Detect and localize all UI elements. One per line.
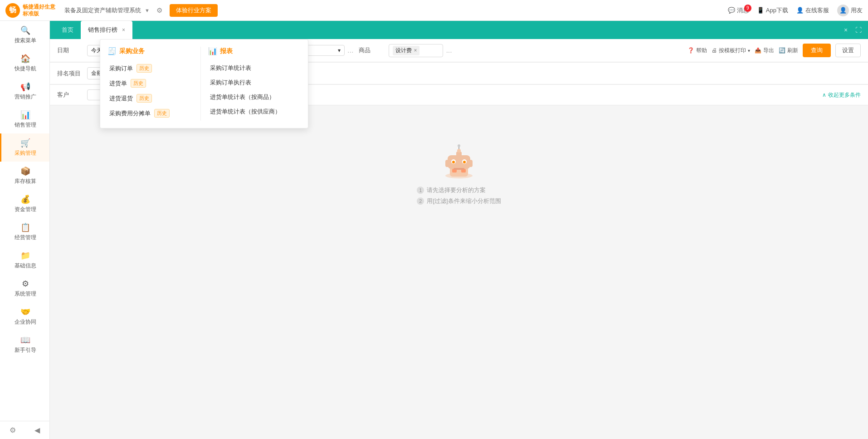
sidebar-item-purchase[interactable]: 🛒 采购管理	[0, 133, 49, 162]
sidebar: 🔍 搜索菜单 🏠 快捷导航 📢 营销推广 📊 销售管理 🛒 采购管理 📦 库存核…	[0, 21, 50, 439]
tab-close-all-icon[interactable]: ×	[841, 25, 851, 35]
logo-icon: 畅	[5, 3, 20, 18]
svg-rect-9	[445, 160, 449, 167]
settings-btn[interactable]: 设置	[835, 44, 861, 57]
sidebar-bottom: ⚙ ◀	[0, 421, 49, 439]
voucher-status-dots[interactable]: ...	[347, 46, 353, 54]
svg-point-15	[458, 144, 460, 147]
collapse-btn-wrapper: ∧ 收起更多条件	[822, 91, 861, 99]
user-menu[interactable]: 👤 用友	[837, 5, 863, 16]
svg-rect-10	[469, 160, 473, 167]
message-btn[interactable]: 💬 消息 9	[728, 6, 749, 15]
svg-point-7	[452, 161, 455, 163]
collapse-icon: ∧	[822, 92, 826, 98]
system-dropdown-icon[interactable]: ▼	[145, 8, 150, 13]
system-name: 装备及固定资产辅助管理系统	[64, 6, 141, 15]
product-tag-close[interactable]: ×	[414, 47, 417, 54]
product-tag-text: 设计费	[395, 47, 412, 54]
sidebar-item-quick-nav[interactable]: 🏠 快捷导航	[0, 49, 49, 77]
rank-item-label: 排名项目	[57, 69, 84, 78]
sidebar-item-marketing-label: 营销推广	[15, 93, 36, 101]
main-layout: 🔍 搜索菜单 🏠 快捷导航 📢 营销推广 📊 销售管理 🛒 采购管理 📦 库存核…	[0, 21, 868, 439]
tab-home[interactable]: 首页	[54, 21, 81, 39]
refresh-btn[interactable]: 🔄 刷新	[779, 47, 798, 54]
sidebar-item-guide[interactable]: 📖 新手引导	[0, 330, 49, 359]
topbar-center: 装备及固定资产辅助管理系统 ▼ ⚙ 体验行业方案	[55, 4, 728, 17]
sidebar-collapse-btn[interactable]: ◀	[34, 426, 40, 434]
dropdown-item-stock-by-product[interactable]: 进货单统计表（按商品）	[208, 90, 301, 104]
history-tag-stock-return: 历史	[137, 94, 152, 103]
sales-icon: 📊	[20, 110, 30, 120]
sidebar-item-operations-label: 经营管理	[15, 234, 36, 242]
message-badge: 9	[744, 5, 751, 12]
product-filter-box[interactable]: 设计费 ×	[389, 44, 443, 57]
sidebar-item-sales[interactable]: 📊 销售管理	[0, 105, 49, 133]
date-label: 日期	[57, 46, 84, 54]
collapse-btn[interactable]: ∧ 收起更多条件	[822, 91, 861, 99]
tab-sales-rank[interactable]: 销售排行榜 ×	[81, 21, 132, 39]
sidebar-item-marketing[interactable]: 📢 营销推广	[0, 77, 49, 105]
inventory-icon: 📦	[20, 166, 30, 176]
system-settings-icon[interactable]: ⚙	[153, 4, 166, 17]
dropdown-item-purchase-order[interactable]: 采购订单 历史	[107, 61, 200, 76]
tab-fullscreen-icon[interactable]: ⛶	[853, 25, 863, 35]
dropdown-item-stock-return[interactable]: 进货退货 历史	[107, 91, 200, 106]
product-dots[interactable]: ...	[446, 46, 452, 54]
history-tag-purchase-expense: 历史	[154, 109, 170, 118]
tip-num-1: 1	[417, 187, 424, 194]
sidebar-item-base-info[interactable]: 📁 基础信息	[0, 246, 49, 274]
help-btn[interactable]: ❓ 帮助	[688, 47, 707, 54]
sidebar-item-finance-label: 资金管理	[15, 206, 36, 213]
dropdown-item-purchase-expense[interactable]: 采购费用分摊单 历史	[107, 106, 200, 121]
report-icon: 📊	[208, 47, 217, 55]
purchase-dropdown-overlay: 🧾 采购业务 采购订单 历史 进货单 历史 进货退货	[100, 39, 308, 128]
svg-rect-11	[454, 168, 464, 170]
sidebar-item-operations[interactable]: 📋 经营管理	[0, 218, 49, 246]
sidebar-item-inventory[interactable]: 📦 库存核算	[0, 162, 49, 190]
refresh-icon: 🔄	[779, 47, 785, 54]
empty-tip-2-text: 用[过滤]条件来缩小分析范围	[427, 197, 501, 205]
sidebar-item-quick-nav-label: 快捷导航	[15, 65, 36, 73]
purchase-dropdown-menu: 🧾 采购业务 采购订单 历史 进货单 历史 进货退货	[100, 39, 308, 128]
print-btn[interactable]: 🖨 按模板打印 ▾	[712, 47, 750, 54]
empty-tips: 1 请先选择要分析的方案 2 用[过滤]条件来缩小分析范围	[417, 186, 501, 205]
sidebar-item-base-info-label: 基础信息	[15, 262, 36, 270]
dropdown-item-stock-in[interactable]: 进货单 历史	[107, 76, 200, 91]
query-btn[interactable]: 查询	[803, 44, 831, 57]
empty-icon	[436, 142, 482, 183]
tab-bar: 首页 销售排行榜 × × ⛶	[50, 21, 868, 39]
purchase-business-title: 🧾 采购业务	[107, 47, 200, 55]
home-icon: 🏠	[20, 54, 30, 64]
base-info-icon: 📁	[20, 251, 30, 261]
sidebar-item-coop[interactable]: 🤝 企业协同	[0, 302, 49, 330]
sidebar-item-finance[interactable]: 💰 资金管理	[0, 190, 49, 218]
dropdown-item-stock-by-supplier[interactable]: 进货单统计表（按供应商）	[208, 104, 301, 119]
finance-icon: 💰	[20, 194, 30, 204]
sidebar-item-coop-label: 企业协同	[15, 318, 36, 326]
tab-sales-rank-close[interactable]: ×	[122, 27, 125, 33]
svg-point-13	[457, 149, 461, 153]
online-service-btn[interactable]: 👤 在线客服	[796, 6, 829, 15]
tip-num-2: 2	[417, 197, 424, 205]
logo: 畅 畅捷通好生意 标准版	[5, 3, 55, 18]
sidebar-settings-btn[interactable]: ⚙	[10, 426, 16, 434]
purchase-business-col: 🧾 采购业务 采购订单 历史 进货单 历史 进货退货	[107, 47, 200, 121]
sidebar-item-search[interactable]: 🔍 搜索菜单	[0, 21, 49, 49]
empty-tip-1-text: 请先选择要分析的方案	[427, 186, 486, 194]
empty-tip-2: 2 用[过滤]条件来缩小分析范围	[417, 197, 501, 205]
print-icon: 🖨	[712, 47, 717, 54]
sidebar-item-guide-label: 新手引导	[15, 346, 36, 354]
export-btn[interactable]: 📤 导出	[755, 47, 774, 54]
help-icon: ❓	[688, 47, 694, 54]
topbar: 畅 畅捷通好生意 标准版 装备及固定资产辅助管理系统 ▼ ⚙ 体验行业方案 💬 …	[0, 0, 868, 21]
sidebar-item-system[interactable]: ⚙ 系统管理	[0, 274, 49, 302]
logo-text: 畅捷通好生意 标准版	[23, 4, 55, 17]
app-download-btn[interactable]: 📱 App下载	[757, 6, 788, 15]
product-tag: 设计费 ×	[393, 46, 419, 55]
industry-btn[interactable]: 体验行业方案	[170, 4, 218, 17]
sidebar-item-purchase-label: 采购管理	[15, 149, 36, 157]
tab-sales-rank-label: 销售排行榜	[88, 26, 117, 34]
sidebar-item-inventory-label: 库存核算	[15, 178, 36, 185]
dropdown-item-purchase-order-exec[interactable]: 采购订单执行表	[208, 75, 301, 90]
dropdown-item-purchase-order-stat[interactable]: 采购订单统计表	[208, 61, 301, 75]
